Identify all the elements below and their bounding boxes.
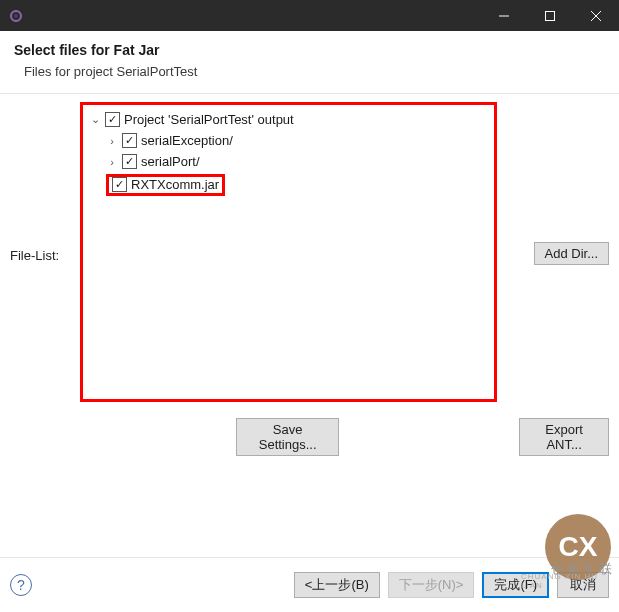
chevron-right-icon[interactable]: › [106, 135, 118, 147]
chevron-right-icon[interactable]: › [106, 156, 118, 168]
cancel-button[interactable]: 取消 [557, 572, 609, 598]
wizard-title: Select files for Fat Jar [14, 42, 605, 58]
wizard-subtitle: Files for project SerialPortTest [24, 64, 605, 79]
maximize-button[interactable] [527, 0, 573, 31]
export-ant-button[interactable]: Export ANT... [519, 418, 609, 456]
checkbox[interactable] [122, 154, 137, 169]
checkbox[interactable] [105, 112, 120, 127]
checkbox[interactable] [122, 133, 137, 148]
tree-root[interactable]: ⌄ Project 'SerialPortTest' output [89, 109, 488, 130]
file-tree[interactable]: ⌄ Project 'SerialPortTest' output › seri… [80, 102, 497, 402]
save-settings-button[interactable]: Save Settings... [236, 418, 339, 456]
checkbox[interactable] [112, 177, 127, 192]
title-bar [0, 0, 619, 31]
minimize-button[interactable] [481, 0, 527, 31]
tree-node-label: RXTXcomm.jar [131, 177, 219, 192]
chevron-down-icon[interactable]: ⌄ [89, 113, 101, 126]
tree-node-label: Project 'SerialPortTest' output [124, 112, 294, 127]
tree-child[interactable]: › serialException/ [106, 130, 488, 151]
file-list-label: File-List: [10, 102, 74, 263]
wizard-header: Select files for Fat Jar Files for proje… [0, 31, 619, 94]
app-icon [0, 0, 31, 31]
back-button[interactable]: <上一步(B) [294, 572, 380, 598]
tree-node-label: serialPort/ [141, 154, 200, 169]
wizard-footer: ? <上一步(B) 下一步(N)> 完成(F) 取消 [0, 557, 619, 612]
finish-button[interactable]: 完成(F) [482, 572, 549, 598]
tree-node-label: serialException/ [141, 133, 233, 148]
tree-extra-jar[interactable]: RXTXcomm.jar [106, 174, 488, 195]
tree-child[interactable]: › serialPort/ [106, 151, 488, 172]
svg-point-1 [14, 14, 18, 18]
next-button: 下一步(N)> [388, 572, 475, 598]
help-icon[interactable]: ? [10, 574, 32, 596]
add-dir-button[interactable]: Add Dir... [534, 242, 609, 265]
svg-rect-3 [546, 11, 555, 20]
close-button[interactable] [573, 0, 619, 31]
